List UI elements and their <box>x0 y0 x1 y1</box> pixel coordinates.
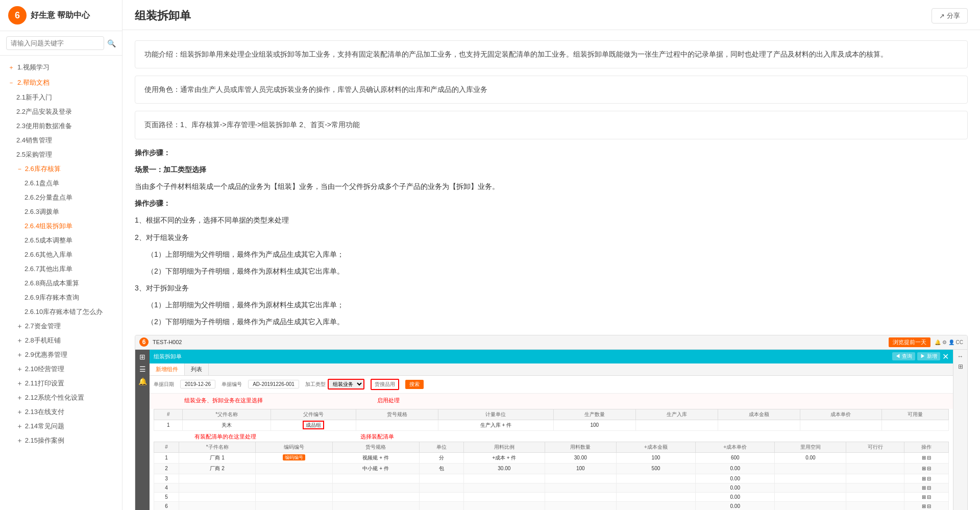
sidebar-item-2.6.4[interactable]: 2.6.4组装拆卸单 <box>0 219 122 233</box>
mock-search-btn[interactable]: 搜索 <box>405 380 424 389</box>
mock-icons-right: 🔔 ⚙ 👤 CC <box>935 339 963 345</box>
sidebar-item-2.11[interactable]: ＋ 2.11打印设置 <box>0 376 122 391</box>
step2: 2、对于组装业务 <box>135 231 968 244</box>
mock-th-seq: # <box>154 409 183 420</box>
search-icon[interactable]: 🔍 <box>107 39 116 47</box>
sidebar-item-2.13[interactable]: ＋ 2.13在线支付 <box>0 405 122 419</box>
plus-icon-2.11: ＋ <box>16 379 23 387</box>
sidebar-item-2.6.3[interactable]: 2.6.3调拨单 <box>0 205 122 219</box>
sidebar-header: 6 好生意 帮助中心 <box>0 0 122 31</box>
steps-section: 操作步骤： 场景一：加工类型选择 当由多个子件材料组装成一个成品的业务为【组装】… <box>135 147 968 329</box>
mock-upper-table: # *父件名称 父件编号 货号规格 计量单位 生产数量 生产入库 成本金额 成本… <box>154 409 949 431</box>
sidebar-item-2.2[interactable]: 2.2产品安装及登录 <box>0 105 122 119</box>
annotation-type: 组装业务、拆卸业务在这里选择 <box>184 397 263 403</box>
minus-icon-2.6: － <box>16 165 23 173</box>
sidebar-item-2.6.8[interactable]: 2.6.8商品成本重算 <box>0 276 122 290</box>
annotation-bom: 有装配清单的在这里处理 <box>194 433 256 440</box>
logo-icon: 6 <box>8 6 27 25</box>
mock-right-icon2[interactable]: ⊞ <box>958 363 963 370</box>
plus-icon-2.12: ＋ <box>16 394 23 401</box>
mock-teal-header: 组装拆卸单 ◀ 查询 ▶ 新增 ✕ <box>150 350 953 363</box>
screenshot-container: 6 TEST-H002 浏览提前一天 🔔 ⚙ 👤 CC ⊞ ☰ 🔔 组装拆卸单 <box>135 335 968 510</box>
mock-form-area: 单据日期 2019-12-26 单据编号 AD-20191226-001 加工类… <box>150 376 953 394</box>
mock-lower-table: # *子件名称 编码编号 货号规格 单位 用料比例 用料数量 +成本金额 +成本… <box>154 442 949 510</box>
mock-tab-list[interactable]: 列表 <box>185 363 209 375</box>
mock-th-qty: 生产数量 <box>553 409 635 420</box>
mock-type-group: 加工类型 组装业务 拆卸业务 <box>305 379 364 390</box>
mock-logo: 6 <box>139 337 149 347</box>
intro-text: 功能介绍：组装拆卸单用来处理企业组装或拆卸等加工业务，支持有固定装配清单的产品加… <box>144 50 888 58</box>
sidebar-item-video-label: 1.视频学习 <box>17 63 50 72</box>
nav-list: ＋ 1.视频学习 － 2.帮助文档 2.1新手入门 2.2产品安装及登录 2.3… <box>0 56 122 510</box>
mock-date-value: 2019-12-26 <box>180 380 215 388</box>
scene1-desc: 当由多个子件材料组装成一个成品的业务为【组装】业务，当由一个父件拆分成多个子产品… <box>135 180 968 193</box>
mock-tabs: 新增组件 列表 <box>150 363 953 376</box>
sidebar-item-2.14[interactable]: ＋ 2.14常见问题 <box>0 419 122 433</box>
sidebar-item-2.6.1[interactable]: 2.6.1盘点单 <box>0 176 122 190</box>
mock-icon-bell: 🔔 <box>138 377 147 385</box>
sidebar: 6 好生意 帮助中心 🔍 ＋ 1.视频学习 － 2.帮助文档 2.1新手入门 2… <box>0 0 122 510</box>
steps-title: 操作步骤： <box>135 149 170 157</box>
mock-type-select[interactable]: 组装业务 拆卸业务 <box>328 379 364 390</box>
sidebar-item-2.6.10[interactable]: 2.6.10库存账本错了怎么办 <box>0 305 122 319</box>
mock-th-name: *父件名称 <box>183 409 271 420</box>
steps-label: 操作步骤： <box>135 199 170 207</box>
step1: 1、根据不同的业务，选择不同单据的类型来处理 <box>135 214 968 227</box>
sidebar-item-2.6.5[interactable]: 2.6.5成本调整单 <box>0 233 122 248</box>
mock-th-cost: 成本金额 <box>718 409 800 420</box>
search-input[interactable] <box>6 36 104 50</box>
mock-ann2: 有装配清单的在这里处理 选择装配清单 <box>150 431 953 442</box>
mock-lower-table-area: # *子件名称 编码编号 货号规格 单位 用料比例 用料数量 +成本金额 +成本… <box>150 442 953 510</box>
mock-th-code: 父件编号 <box>271 409 356 420</box>
sidebar-item-video[interactable]: ＋ 1.视频学习 <box>0 60 122 75</box>
mock-th-avail: 可用量 <box>882 409 949 420</box>
sidebar-item-2.15[interactable]: ＋ 2.15操作案例 <box>0 433 122 448</box>
intro-block: 功能介绍：组装拆卸单用来处理企业组装或拆卸等加工业务，支持有固定装配清单的产品加… <box>135 40 968 68</box>
mock-left-strip: ⊞ ☰ 🔔 <box>135 350 150 510</box>
mock-right-strip: ↔ ⊞ <box>953 350 967 510</box>
mock-th-spec: 货号规格 <box>356 409 438 420</box>
mock-th-instock: 生产入库 <box>635 409 718 420</box>
mock-upper-table-area: # *父件名称 父件编号 货号规格 计量单位 生产数量 生产入库 成本金额 成本… <box>150 409 953 431</box>
plus-icon-2.10: ＋ <box>16 365 23 373</box>
sidebar-item-2.6.7[interactable]: 2.6.7其他出库单 <box>0 262 122 276</box>
sidebar-item-2.1[interactable]: 2.1新手入门 <box>0 90 122 105</box>
mock-main: 组装拆卸单 ◀ 查询 ▶ 新增 ✕ 新增组件 列表 <box>150 350 953 510</box>
mock-search-label: 货搜品用 <box>375 381 395 388</box>
sidebar-item-2.6.6[interactable]: 2.6.6其他入库单 <box>0 248 122 262</box>
plus-icon-2.8: ＋ <box>16 336 23 344</box>
step2-sub1: （1）上部明细为父件明细，最终作为产成品生成其它入库单； <box>135 248 968 261</box>
sidebar-item-2.10[interactable]: ＋ 2.10经营管理 <box>0 362 122 376</box>
share-button[interactable]: ↗ 分享 <box>932 8 968 23</box>
mock-tab-add[interactable]: 新增组件 <box>150 363 185 375</box>
sidebar-item-docs[interactable]: － 2.帮助文档 <box>0 75 122 90</box>
sidebar-item-2.4[interactable]: 2.4销售管理 <box>0 133 122 148</box>
mock-form-label-code: 单据编号 <box>222 381 242 388</box>
mock-body: ⊞ ☰ 🔔 组装拆卸单 ◀ 查询 ▶ 新增 ✕ <box>135 350 967 510</box>
mock-form-row1: 单据日期 2019-12-26 单据编号 AD-20191226-001 加工类… <box>154 379 949 390</box>
annotation-enable: 启用处理 <box>377 397 400 403</box>
mock-chrome-bar: 6 TEST-H002 浏览提前一天 🔔 ⚙ 👤 CC <box>135 335 967 350</box>
mock-close-icon[interactable]: ✕ <box>942 352 949 361</box>
sidebar-item-2.9[interactable]: ＋ 2.9优惠券管理 <box>0 348 122 362</box>
mock-type-label: 加工类型 <box>305 381 326 388</box>
mock-browse-btn[interactable]: 浏览提前一天 <box>889 337 930 347</box>
sidebar-item-2.3[interactable]: 2.3使用前数据准备 <box>0 119 122 133</box>
mock-right-icon1[interactable]: ↔ <box>958 353 964 360</box>
sidebar-item-2.8[interactable]: ＋ 2.8手机旺铺 <box>0 333 122 348</box>
app-title: 好生意 帮助中心 <box>31 10 90 21</box>
plus-icon-2.13: ＋ <box>16 408 23 416</box>
path-block: 页面路径：1、库存核算->库存管理->组装拆卸单 2、首页->常用功能 <box>135 111 968 139</box>
mock-form-label-date: 单据日期 <box>154 381 174 388</box>
table-row: 3 0.00 ⊞ ⊟ <box>154 474 949 483</box>
main-content: 功能介绍：组装拆卸单用来处理企业组装或拆卸等加工业务，支持有固定装配清单的产品加… <box>122 30 980 510</box>
sidebar-item-2.5[interactable]: 2.5采购管理 <box>0 148 122 162</box>
sidebar-item-2.6.9[interactable]: 2.6.9库存账本查询 <box>0 290 122 305</box>
sidebar-item-2.6.2[interactable]: 2.6.2分量盘点单 <box>0 190 122 205</box>
mock-code-value: AD-20191226-001 <box>248 380 299 388</box>
sidebar-item-2.6[interactable]: － 2.6库存核算 <box>0 162 122 176</box>
mock-icon-list: ☰ <box>139 365 146 373</box>
sidebar-item-2.7[interactable]: ＋ 2.7资金管理 <box>0 319 122 333</box>
sidebar-item-2.12[interactable]: ＋ 2.12系统个性化设置 <box>0 391 122 405</box>
plus-icon: ＋ <box>8 63 14 72</box>
